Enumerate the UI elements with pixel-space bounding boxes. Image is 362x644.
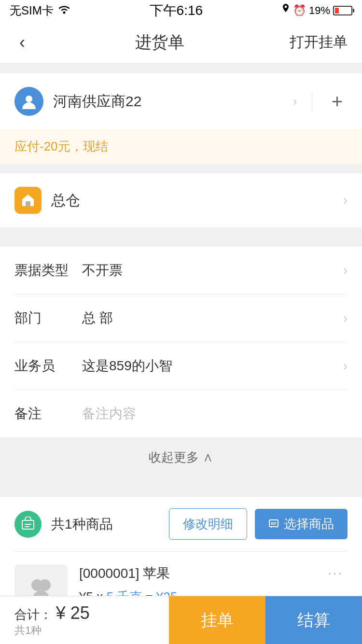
svg-rect-4 [269, 520, 278, 527]
products-count: 共1种商品 [51, 515, 169, 533]
salesman-row[interactable]: 业务员 这是859的小智 › [0, 342, 362, 390]
edit-detail-button[interactable]: 修改明细 [169, 508, 247, 540]
salesman-chevron: › [343, 358, 348, 374]
back-button[interactable]: ‹ [14, 28, 30, 57]
warehouse-icon [14, 187, 42, 214]
supplier-name: 河南供应商22 [53, 92, 292, 112]
divider-3 [0, 477, 362, 487]
carrier-text: 无SIM卡 [10, 3, 54, 18]
product-name: [0000001] 苹果 [79, 564, 323, 583]
total-section: 合计： ¥ 25 共1种 [0, 596, 169, 644]
total-amount: ¥ 25 [56, 603, 90, 623]
total-label: 合计： [14, 607, 52, 622]
salesman-value: 这是859的小智 [82, 357, 343, 375]
page-title: 进货单 [135, 31, 184, 54]
dept-label: 部门 [14, 309, 82, 327]
dept-chevron: › [343, 310, 348, 326]
status-bar: 无SIM卡 下午6:16 ⏰ 19% [0, 0, 362, 21]
warehouse-row[interactable]: 总仓 › [0, 173, 362, 227]
svg-point-5 [271, 522, 273, 524]
svg-point-0 [63, 12, 65, 14]
location-icon [281, 4, 290, 17]
open-pending-button[interactable]: 打开挂单 [290, 32, 348, 52]
status-right: ⏰ 19% [281, 4, 352, 17]
dept-row[interactable]: 部门 总 部 › [0, 294, 362, 342]
supplier-avatar [14, 87, 43, 116]
checkout-button[interactable]: 结算 [265, 596, 362, 644]
bottom-bar: 合计： ¥ 25 共1种 挂单 结算 [0, 596, 362, 644]
collapse-button[interactable]: 收起更多 ∧ [0, 437, 362, 477]
svg-point-7 [39, 579, 51, 591]
more-button[interactable]: ··· [323, 564, 348, 581]
invoice-chevron: › [343, 263, 348, 278]
vertical-divider [312, 92, 312, 111]
total-count: 共1种 [14, 623, 154, 638]
select-product-button[interactable]: 选择商品 [255, 509, 348, 539]
supplier-section: 河南供应商22 › + 应付-20元，现结 [0, 73, 362, 164]
alarm-icon: ⏰ [293, 4, 306, 17]
status-carrier: 无SIM卡 [10, 3, 71, 18]
total-line: 合计： ¥ 25 [14, 603, 154, 623]
warehouse-section: 总仓 › [0, 173, 362, 227]
add-button[interactable]: + [327, 91, 348, 112]
notice-bar: 应付-20元，现结 [0, 129, 362, 164]
form-section: 票据类型 不开票 › 部门 总 部 › 业务员 这是859的小智 › 备注 备注… [0, 247, 362, 437]
nav-bar: ‹ 进货单 打开挂单 [0, 21, 362, 64]
svg-rect-2 [26, 201, 30, 206]
invoice-value: 不开票 [82, 261, 343, 280]
invoice-row[interactable]: 票据类型 不开票 › [0, 247, 362, 294]
remark-label: 备注 [14, 405, 82, 423]
remark-row[interactable]: 备注 备注内容 [0, 390, 362, 437]
divider-1 [0, 64, 362, 73]
battery-percent: 19% [309, 4, 330, 17]
invoice-label: 票据类型 [14, 261, 82, 280]
supplier-right: › + [292, 91, 348, 112]
divider-2 [0, 227, 362, 237]
salesman-label: 业务员 [14, 357, 82, 375]
chevron-icon: › [292, 94, 297, 109]
supplier-row[interactable]: 河南供应商22 › + [0, 73, 362, 129]
collapse-label: 收起更多 ∧ [149, 450, 213, 464]
battery-icon [333, 6, 352, 15]
remark-input[interactable]: 备注内容 [82, 405, 348, 423]
product-divider [14, 551, 348, 552]
select-product-label: 选择商品 [284, 516, 334, 532]
status-time: 下午6:16 [150, 1, 203, 20]
products-header: 共1种商品 修改明细 选择商品 [0, 497, 362, 551]
products-icon [14, 511, 42, 538]
wifi-icon [57, 4, 71, 17]
svg-point-1 [26, 96, 32, 102]
warehouse-name: 总仓 [51, 191, 343, 210]
hang-button[interactable]: 挂单 [169, 596, 265, 644]
warehouse-chevron: › [343, 193, 348, 208]
notice-text: 应付-20元，现结 [14, 139, 108, 154]
dept-value: 总 部 [82, 309, 343, 327]
